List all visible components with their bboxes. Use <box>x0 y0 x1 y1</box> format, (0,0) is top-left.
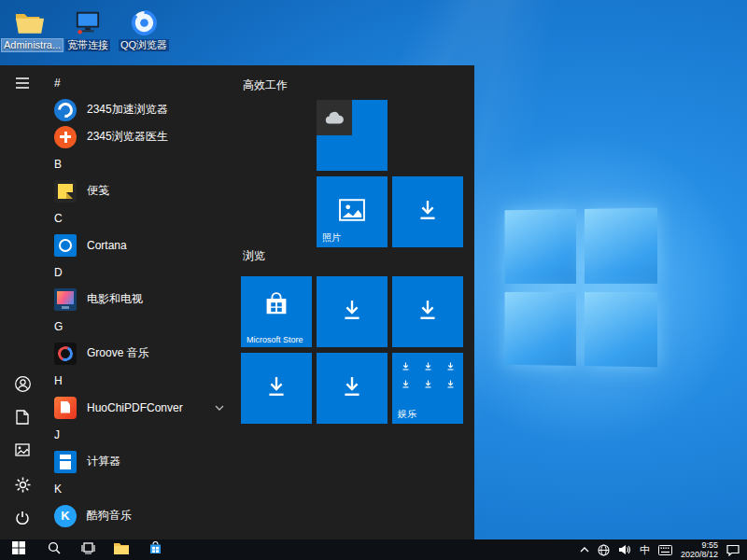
app-list-header[interactable]: H <box>45 367 239 394</box>
app-list-header[interactable]: D <box>45 259 239 286</box>
tile-pending-download[interactable] <box>317 276 388 347</box>
windows-logo-pane <box>505 291 576 365</box>
header-label: D <box>54 266 63 279</box>
task-view-button[interactable] <box>71 539 105 560</box>
app-label: HuoChiPDFConver <box>87 401 183 414</box>
2345-browser-icon <box>54 99 77 121</box>
app-list-item-groove-music[interactable]: Groove 音乐 <box>45 340 239 367</box>
tile-label: 娱乐 <box>398 408 416 421</box>
app-label: 酷狗音乐 <box>87 508 132 524</box>
tile-pending-download[interactable] <box>392 176 463 247</box>
desktop-icon-label: 宽带连接 <box>65 39 110 51</box>
download-icon <box>339 297 365 327</box>
app-list-item-2345-browser[interactable]: 2345加速浏览器 <box>45 96 239 123</box>
hamburger-icon <box>15 77 30 93</box>
2345-doctor-icon <box>54 126 77 148</box>
chevron-down-icon <box>215 405 224 411</box>
header-label: J <box>54 428 60 441</box>
groove-music-icon <box>54 343 77 365</box>
search-icon <box>48 541 61 558</box>
desktop-icon-label: QQ浏览器 <box>119 39 169 51</box>
tile-group-title-browse[interactable]: 浏览 <box>243 248 265 264</box>
tiles-panel: 高效工作 照片 浏览 <box>241 65 474 539</box>
app-label: Cortana <box>87 239 127 252</box>
user-icon <box>15 376 31 392</box>
tile-group-title-work[interactable]: 高效工作 <box>243 77 288 93</box>
store-taskbar-button[interactable] <box>138 539 172 560</box>
volume-icon[interactable] <box>618 544 631 555</box>
tile-pending-download[interactable] <box>317 353 388 424</box>
app-list-header[interactable]: J <box>45 421 239 448</box>
expand-menu-button[interactable] <box>0 69 45 101</box>
calculator-icon <box>54 451 77 473</box>
app-list-item-movies-tv[interactable]: 电影和电视 <box>45 286 239 313</box>
tile-cloud-app[interactable] <box>317 100 388 171</box>
settings-button[interactable] <box>0 477 45 493</box>
windows-logo-pane <box>584 292 657 368</box>
taskbar-clock[interactable]: 9:55 2020/8/12 <box>681 540 718 559</box>
tile-pending-download[interactable] <box>241 353 312 424</box>
task-view-icon <box>81 541 95 558</box>
start-menu: # 2345加速浏览器 2345浏览器医生 B 便笺 C Cortana D <box>0 65 474 539</box>
tray-chevron-button[interactable] <box>580 547 589 553</box>
app-list-header[interactable]: # <box>45 69 239 96</box>
documents-button[interactable] <box>0 410 45 426</box>
file-explorer-button[interactable] <box>105 539 138 560</box>
search-button[interactable] <box>37 539 71 560</box>
app-label: Groove 音乐 <box>87 345 149 361</box>
network-monitor-icon <box>60 6 116 35</box>
app-list-header[interactable]: G <box>45 313 239 340</box>
header-label: G <box>54 320 63 333</box>
desktop-icon-label: Administra... <box>2 39 63 51</box>
account-button[interactable] <box>0 376 45 392</box>
app-list: # 2345加速浏览器 2345浏览器医生 B 便笺 C Cortana D <box>45 69 239 529</box>
app-list-item-sticky-notes[interactable]: 便笺 <box>45 177 239 204</box>
app-list-item-cortana[interactable]: Cortana <box>45 231 239 259</box>
desktop-icon-broadband[interactable]: 宽带连接 <box>60 6 116 52</box>
touch-keyboard-icon[interactable] <box>658 545 672 555</box>
pictures-button[interactable] <box>0 443 45 459</box>
photos-icon <box>339 199 365 225</box>
download-icon <box>415 297 441 327</box>
wallpaper-windows-logo <box>505 208 658 368</box>
power-button[interactable] <box>0 511 45 526</box>
huochi-pdf-icon <box>54 397 77 419</box>
app-label: 计算器 <box>87 454 120 469</box>
app-list-item-2345-doctor[interactable]: 2345浏览器医生 <box>45 123 239 150</box>
app-list-header[interactable]: B <box>45 150 239 177</box>
app-label: 2345浏览器医生 <box>87 129 168 145</box>
desktop-icon-qq-browser[interactable]: QQ浏览器 <box>116 6 172 52</box>
tile-entertainment-folder[interactable]: 娱乐 <box>392 353 463 424</box>
app-list-item-kugou-music[interactable]: 酷狗音乐 <box>45 502 239 529</box>
sticky-notes-icon <box>54 180 77 203</box>
ime-indicator[interactable]: 中 <box>640 543 650 557</box>
system-tray: 中 9:55 2020/8/12 <box>580 540 747 559</box>
tile-label: Microsoft Store <box>247 335 303 344</box>
action-center-icon[interactable] <box>726 544 740 556</box>
picture-icon <box>15 443 30 459</box>
gear-icon <box>15 477 31 493</box>
cortana-icon <box>54 234 77 257</box>
clock-time: 9:55 <box>681 540 718 550</box>
windows-logo-icon <box>12 541 25 558</box>
header-label: B <box>54 158 62 171</box>
document-icon <box>16 410 29 426</box>
desktop-icon-administrator[interactable]: Administra... <box>2 6 58 52</box>
qq-browser-icon <box>116 6 172 35</box>
download-icon <box>263 373 289 403</box>
tile-pending-download[interactable] <box>392 276 463 347</box>
start-button[interactable] <box>0 539 37 560</box>
app-label: 2345加速浏览器 <box>87 102 168 118</box>
tile-photos[interactable]: 照片 <box>317 176 388 247</box>
clock-date: 2020/8/12 <box>681 550 718 559</box>
app-list-item-calculator[interactable]: 计算器 <box>45 448 239 475</box>
download-icon <box>415 197 441 227</box>
cloud-icon <box>317 100 352 135</box>
taskbar: 中 9:55 2020/8/12 <box>0 539 747 560</box>
app-list-item-huochi-pdf[interactable]: HuoChiPDFConver <box>45 394 239 421</box>
app-list-header[interactable]: C <box>45 204 239 231</box>
header-label: K <box>54 483 62 496</box>
network-globe-icon[interactable] <box>598 544 610 556</box>
app-list-header[interactable]: K <box>45 475 239 502</box>
tile-microsoft-store[interactable]: Microsoft Store <box>241 276 312 347</box>
